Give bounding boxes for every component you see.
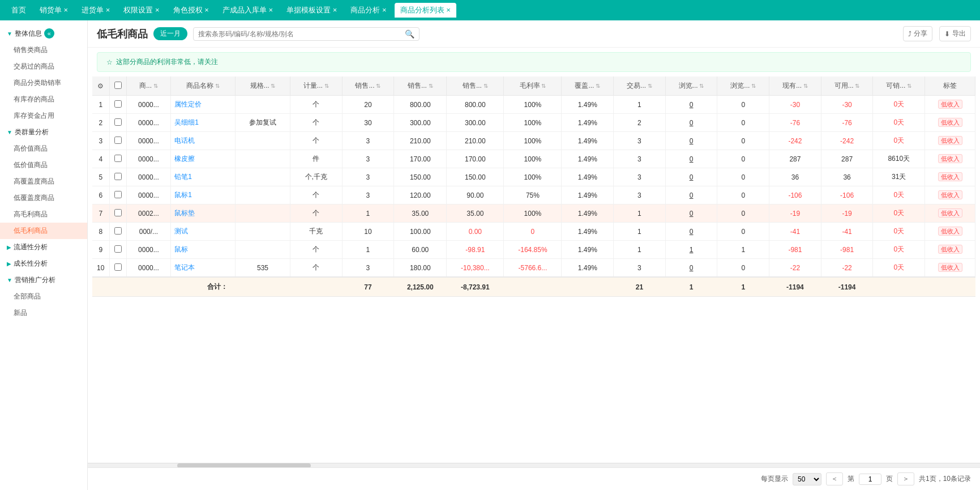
- sidebar-group-growth[interactable]: ▶ 成长性分析: [0, 255, 87, 272]
- sidebar-item-traded[interactable]: 交易过的商品: [0, 58, 87, 75]
- cell-checkbox[interactable]: [109, 150, 126, 168]
- cell-checkbox[interactable]: [109, 96, 126, 114]
- sidebar-item-stock-capital[interactable]: 库存资金占用: [0, 108, 87, 124]
- th-settings[interactable]: ⚙: [92, 76, 109, 96]
- cell-name[interactable]: 鼠标垫: [171, 204, 236, 223]
- sidebar-group-overall[interactable]: ▼ 整体信息 «: [0, 25, 87, 42]
- filter-recent-month[interactable]: 近一月: [153, 27, 187, 40]
- th-gross-margin[interactable]: 毛利率: [504, 76, 562, 96]
- row-checkbox[interactable]: [114, 245, 122, 253]
- th-tag[interactable]: 标签: [925, 76, 975, 96]
- th-trade-count[interactable]: 交易...: [614, 76, 666, 96]
- cell-view1[interactable]: 0: [665, 186, 717, 204]
- cell-name[interactable]: 鼠标: [171, 241, 236, 259]
- cell-view1[interactable]: 0: [665, 96, 717, 114]
- nav-analysis-list[interactable]: 商品分析列表 ×: [395, 3, 456, 18]
- sidebar-item-high-coverage[interactable]: 高覆盖度商品: [0, 173, 87, 190]
- next-page-btn[interactable]: ＞: [897, 472, 914, 485]
- sidebar-item-in-stock[interactable]: 有库存的商品: [0, 91, 87, 108]
- cell-checkbox[interactable]: [109, 186, 126, 204]
- th-checkbox[interactable]: [109, 76, 126, 96]
- sidebar-group-circulation[interactable]: ▶ 流通性分析: [0, 239, 87, 255]
- th-current-stock[interactable]: 现有...: [769, 76, 821, 96]
- row-checkbox[interactable]: [114, 100, 122, 108]
- cell-name[interactable]: 铅笔1: [171, 168, 236, 186]
- sidebar-item-category-rate[interactable]: 商品分类助销率: [0, 75, 87, 91]
- sidebar-item-high-value[interactable]: 高价值商品: [0, 140, 87, 157]
- cell-view1[interactable]: 0: [665, 150, 717, 168]
- th-unit[interactable]: 计量...: [290, 76, 342, 96]
- row-checkbox[interactable]: [114, 173, 122, 180]
- nav-permissions[interactable]: 权限设置 ×: [118, 3, 165, 18]
- cell-name[interactable]: 鼠标1: [171, 186, 236, 204]
- th-sale-amt[interactable]: 销售...: [394, 76, 447, 96]
- cell-checkbox[interactable]: [109, 223, 126, 241]
- th-saleable-days[interactable]: 可销...: [873, 76, 925, 96]
- cell-gross-margin: 100%: [504, 204, 562, 223]
- row-checkbox[interactable]: [114, 137, 122, 144]
- row-checkbox[interactable]: [114, 155, 122, 162]
- th-view1[interactable]: 浏览...: [665, 76, 717, 96]
- cell-view1[interactable]: 0: [665, 223, 717, 241]
- share-button[interactable]: ⤴ 分享: [903, 26, 932, 41]
- th-name[interactable]: 商品名称: [171, 76, 236, 96]
- per-page-select[interactable]: 50 100 200: [793, 473, 821, 485]
- cell-view1[interactable]: 0: [665, 204, 717, 223]
- cell-name[interactable]: 电话机: [171, 132, 236, 150]
- cell-name[interactable]: 笔记本: [171, 259, 236, 278]
- cell-view1[interactable]: 0: [665, 168, 717, 186]
- cell-saleable-days: 0天: [873, 96, 925, 114]
- cell-name[interactable]: 吴细细1: [171, 114, 236, 132]
- cell-view1[interactable]: 0: [665, 114, 717, 132]
- nav-home[interactable]: 首页: [6, 3, 32, 18]
- nav-templates[interactable]: 单据模板设置 ×: [281, 3, 343, 18]
- row-checkbox[interactable]: [114, 191, 122, 198]
- cell-checkbox[interactable]: [109, 132, 126, 150]
- sidebar-item-low-margin[interactable]: 低毛利商品: [0, 223, 87, 239]
- row-checkbox[interactable]: [114, 263, 122, 271]
- search-input[interactable]: [198, 30, 405, 38]
- cell-name[interactable]: 属性定价: [171, 96, 236, 114]
- nav-sales[interactable]: 销货单 ×: [34, 3, 74, 18]
- cell-spec: [236, 96, 290, 114]
- horizontal-scrollbar[interactable]: [88, 463, 980, 467]
- row-checkbox[interactable]: [114, 209, 122, 216]
- cell-name[interactable]: 橡皮擦: [171, 150, 236, 168]
- sidebar-item-low-value[interactable]: 低价值商品: [0, 157, 87, 173]
- th-code[interactable]: 商...: [126, 76, 171, 96]
- sidebar-item-high-margin[interactable]: 高毛利商品: [0, 206, 87, 223]
- th-sale-qty[interactable]: 销售...: [342, 76, 394, 96]
- collapse-btn-overall[interactable]: «: [44, 28, 54, 39]
- row-checkbox[interactable]: [114, 227, 122, 235]
- th-spec[interactable]: 规格...: [236, 76, 290, 96]
- nav-purchase[interactable]: 进货单 ×: [76, 3, 115, 18]
- sidebar-group-cluster[interactable]: ▼ 类群量分析: [0, 124, 87, 140]
- cell-checkbox[interactable]: [109, 114, 126, 132]
- cell-view1[interactable]: 1: [665, 241, 717, 259]
- th-coverage[interactable]: 覆盖...: [562, 76, 614, 96]
- cell-view1[interactable]: 0: [665, 132, 717, 150]
- cell-name[interactable]: 测试: [171, 223, 236, 241]
- row-checkbox[interactable]: [114, 118, 122, 126]
- nav-roles[interactable]: 角色授权 ×: [168, 3, 215, 18]
- sidebar-item-all-products[interactable]: 全部商品: [0, 288, 87, 305]
- prev-page-btn[interactable]: ＜: [826, 472, 843, 485]
- cell-checkbox[interactable]: [109, 168, 126, 186]
- current-page-input[interactable]: [859, 474, 881, 485]
- nav-products[interactable]: 产成品入库单 ×: [217, 3, 279, 18]
- th-view2[interactable]: 浏览...: [717, 76, 769, 96]
- nav-analysis[interactable]: 商品分析 ×: [345, 3, 392, 18]
- sidebar-item-new-products[interactable]: 新品: [0, 305, 87, 321]
- cell-checkbox[interactable]: [109, 204, 126, 223]
- sidebar-item-sales-products[interactable]: 销售类商品: [0, 42, 87, 58]
- cell-checkbox[interactable]: [109, 259, 126, 278]
- select-all-checkbox[interactable]: [114, 82, 122, 89]
- sidebar-item-low-coverage[interactable]: 低覆盖度商品: [0, 190, 87, 206]
- cell-checkbox[interactable]: [109, 241, 126, 259]
- cell-view1[interactable]: 0: [665, 259, 717, 278]
- th-sale-profit[interactable]: 销售...: [447, 76, 504, 96]
- th-available-stock[interactable]: 可用...: [821, 76, 873, 96]
- export-button[interactable]: ⬇ 导出: [939, 26, 971, 41]
- sidebar-group-marketing[interactable]: ▼ 营销推广分析: [0, 272, 87, 288]
- summary-label: 合计：: [92, 277, 342, 297]
